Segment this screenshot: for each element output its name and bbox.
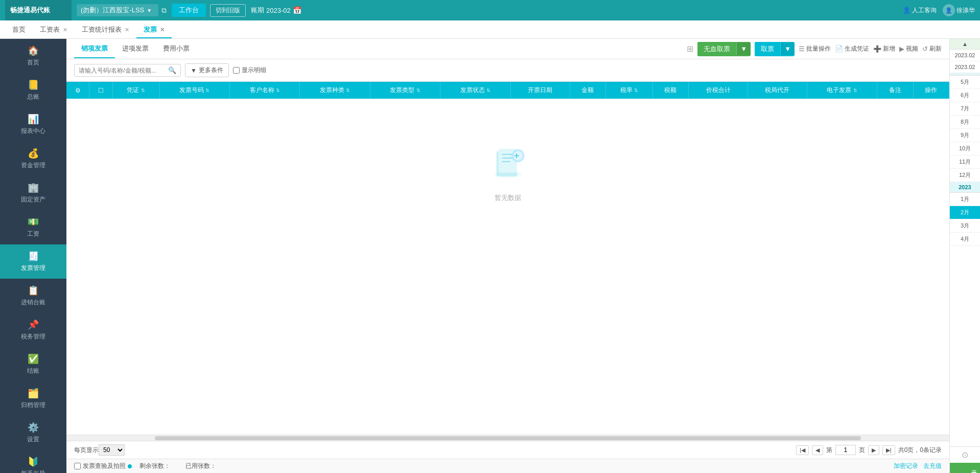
sidebar-item-guide[interactable]: 🔰 新手引导: [0, 450, 66, 473]
date-item-6[interactable]: 6月: [950, 89, 980, 102]
sidebar-item-salary[interactable]: 💵 工资: [0, 210, 66, 244]
date-item-2023-02-second[interactable]: 2023.02: [950, 61, 980, 73]
tab-invoice-close[interactable]: ✕: [160, 27, 165, 33]
date-item-8[interactable]: 8月: [950, 116, 980, 129]
sub-tab-purchase-invoice[interactable]: 进项发票: [115, 40, 156, 58]
search-icon[interactable]: 🔍: [168, 66, 176, 74]
col-checkbox[interactable]: ☐: [89, 82, 113, 99]
sidebar-item-funds[interactable]: 💰 资金管理: [0, 142, 66, 176]
support-button[interactable]: 👤 人工客询: [903, 6, 937, 15]
date-item-11[interactable]: 11月: [950, 155, 980, 169]
batch-op-icon: ☰: [799, 45, 805, 53]
sidebar-item-ledger[interactable]: 📒 总账: [0, 73, 66, 107]
sidebar-item-archive[interactable]: 🗂️ 归档管理: [0, 381, 66, 416]
tab-invoice-label: 发票: [144, 25, 157, 34]
company-selector[interactable]: (勿删）江西股宝-LSS ▼: [77, 4, 158, 16]
date-item-10[interactable]: 10月: [950, 142, 980, 155]
prev-page-button[interactable]: ◀: [812, 445, 823, 455]
sidebar-item-tax-label: 税务管理: [21, 332, 45, 341]
calendar-icon[interactable]: 📅: [293, 6, 301, 14]
tab-invoice[interactable]: 发票 ✕: [136, 22, 172, 38]
date-item-2023-2[interactable]: 2月: [950, 206, 980, 219]
sidebar-item-settings[interactable]: ⚙️ 设置: [0, 416, 66, 450]
date-item-12[interactable]: 12月: [950, 169, 980, 182]
col-voucher[interactable]: 凭证 ⇅: [112, 82, 159, 99]
per-page-select[interactable]: 50 10 20 100: [99, 444, 125, 456]
batch-op-button[interactable]: ☰ 批量操作: [799, 44, 831, 53]
sidebar-item-home[interactable]: 🏠 首页: [0, 39, 66, 73]
col-customer[interactable]: 客户名称 ⇅: [230, 82, 300, 99]
sidebar-item-assets-label: 固定资产: [21, 195, 45, 204]
no-ticket-button[interactable]: 无血取票 ▼: [697, 42, 751, 56]
sidebar: 🏠 首页 📒 总账 📊 报表中心 💰 资金管理 🏢 固定资产 💵 工资 🧾 发票…: [0, 39, 66, 473]
show-detail-input[interactable]: [233, 67, 240, 74]
workbench-button[interactable]: 工作台: [172, 4, 206, 17]
date-item-2023-3[interactable]: 3月: [950, 219, 980, 233]
refresh-button[interactable]: ↺ 刷新: [922, 44, 942, 53]
sidebar-item-reports[interactable]: 📊 报表中心: [0, 107, 66, 142]
home-icon: 🏠: [28, 45, 39, 56]
copy-icon[interactable]: ⧉: [161, 6, 167, 15]
col-date: 开票日期: [510, 82, 570, 99]
date-panel-close[interactable]: ⊙: [950, 446, 980, 463]
go-recharge-link[interactable]: 去充值: [923, 462, 942, 470]
scrollbar-thumb[interactable]: [155, 436, 861, 440]
col-invoice-status[interactable]: 发票状态 ⇅: [440, 82, 510, 99]
up-arrow-icon[interactable]: ▲: [962, 41, 968, 47]
take-ticket-label[interactable]: 取票: [755, 42, 780, 56]
first-page-button[interactable]: |◀: [796, 445, 809, 455]
col-invoice-type1[interactable]: 发票种类 ⇅: [300, 82, 370, 99]
next-page-button[interactable]: ▶: [868, 445, 879, 455]
tab-salary[interactable]: 工资表 ✕: [33, 22, 75, 38]
sub-tab-expense-ticket[interactable]: 费用小票: [156, 40, 197, 58]
settings-col-icon: ⚙: [75, 87, 81, 94]
recharge-record-link[interactable]: 加密记录: [894, 462, 918, 470]
date-side-header-1: ▲: [950, 39, 980, 50]
tab-homepage[interactable]: 首页: [5, 22, 33, 38]
switch-old-button[interactable]: 切到旧版: [210, 4, 246, 17]
date-item-2023-02-first[interactable]: 2023.02: [950, 50, 980, 61]
grid-view-icon[interactable]: ⊞: [687, 44, 693, 54]
more-filter-button[interactable]: ▼ 更多条件: [185, 63, 229, 77]
col-invoice-no[interactable]: 发票号码 ⇅: [159, 82, 229, 99]
col-e-invoice[interactable]: 电子发票 ⇅: [807, 82, 877, 99]
take-ticket-button[interactable]: 取票 ▼: [755, 42, 795, 56]
col-settings[interactable]: ⚙: [66, 82, 89, 99]
video-button[interactable]: ▶ 视频: [899, 44, 918, 53]
search-toolbar: 🔍 ▼ 更多条件 显示明细: [66, 59, 949, 82]
search-input[interactable]: [79, 67, 166, 74]
gen-voucher-button[interactable]: 📄 生成凭证: [835, 44, 869, 53]
date-item-2023-4[interactable]: 4月: [950, 233, 980, 246]
page-input[interactable]: [835, 445, 856, 455]
date-item-5[interactable]: 5月: [950, 76, 980, 89]
no-ticket-label[interactable]: 无血取票: [697, 42, 736, 56]
date-item-2023-1[interactable]: 1月: [950, 193, 980, 206]
sidebar-item-invoice[interactable]: 🧾 发票管理: [0, 244, 66, 279]
new-button[interactable]: ➕ 新增: [873, 44, 895, 53]
date-item-7[interactable]: 7月: [950, 102, 980, 116]
take-ticket-dropdown-icon[interactable]: ▼: [780, 42, 795, 55]
verify-checkbox-input[interactable]: [74, 463, 81, 469]
sidebar-item-tax[interactable]: 📌 税务管理: [0, 313, 66, 347]
reports-icon: 📊: [28, 114, 39, 125]
sidebar-item-closing[interactable]: ✅ 结账: [0, 347, 66, 381]
col-tax-rate[interactable]: 税率 ⇅: [605, 82, 652, 99]
tab-salary-close[interactable]: ✕: [63, 27, 67, 33]
tab-salary-report-close[interactable]: ✕: [125, 27, 129, 33]
tab-salary-report[interactable]: 工资统计报表 ✕: [75, 22, 136, 38]
sub-tab-sales-invoice[interactable]: 销项发票: [74, 40, 115, 58]
check-verify-checkbox[interactable]: 发票查验及拍照: [74, 462, 132, 470]
sidebar-item-assets[interactable]: 🏢 固定资产: [0, 176, 66, 210]
show-detail-checkbox[interactable]: 显示明细: [233, 66, 266, 75]
search-box[interactable]: 🔍: [74, 64, 181, 77]
no-ticket-dropdown-icon[interactable]: ▼: [736, 42, 751, 55]
open-period-button[interactable]: 开账日期: [950, 463, 980, 473]
date-item-9[interactable]: 9月: [950, 129, 980, 142]
user-avatar[interactable]: 👤 徐涤华: [943, 4, 975, 16]
last-page-button[interactable]: ▶|: [882, 445, 895, 455]
scrollbar-area[interactable]: [66, 435, 949, 441]
bottom-status-bar: 发票查验及拍照 剩余张数： 已用张数： 加密记录 去充值: [66, 459, 949, 473]
total-label: 共0页，0条记录: [898, 446, 942, 455]
col-invoice-type2[interactable]: 发票类型 ⇅: [370, 82, 440, 99]
sidebar-item-sales[interactable]: 📋 进销台账: [0, 279, 66, 313]
